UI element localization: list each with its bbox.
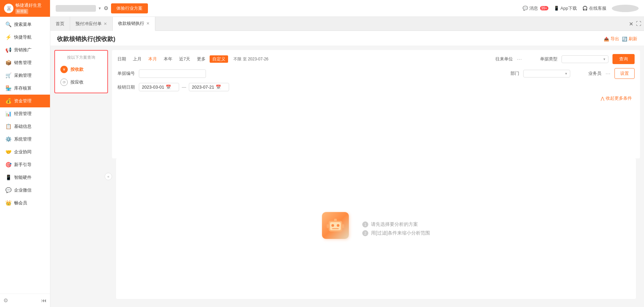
sidebar-label-search: 搜索菜单 — [14, 21, 32, 28]
tab-collection-close-icon[interactable]: ✕ — [146, 21, 150, 26]
bill-type-chevron-icon: ▾ — [603, 57, 605, 61]
tab-prepay[interactable]: 预付冲应付单 ✕ — [70, 17, 113, 31]
sidebar-item-inventory[interactable]: 🏪 库存核算 — [0, 82, 50, 95]
sidebar-label-cooperation: 企业协同 — [14, 149, 32, 155]
sidebar-item-management[interactable]: 📊 经营管理 — [0, 107, 50, 120]
logo-name: 畅捷通好生意 — [15, 3, 42, 8]
gear-icon[interactable]: ⚙ — [104, 5, 108, 11]
refresh-button[interactable]: 🔄 刷新 — [622, 36, 637, 42]
sidebar-item-quicknav[interactable]: ⚡ 快捷导航 — [0, 31, 50, 44]
collapse-panel-btn[interactable]: « — [105, 173, 112, 180]
bill-no-label: 单据编号 — [117, 70, 135, 76]
tab-home-label: 首页 — [56, 21, 64, 27]
tab-collection-verify-label: 收款核销执行 — [118, 20, 144, 27]
verify-date-range: 2023-03-01 📅 — 2023-07-21 📅 — [139, 83, 229, 91]
step-2-num: 2 — [362, 230, 368, 236]
setting-button[interactable]: 设置 — [614, 68, 635, 79]
export-icon: 📤 — [604, 37, 609, 42]
svg-point-2 — [331, 224, 334, 227]
sidebar-item-cooperation[interactable]: 🤝 企业协同 — [0, 146, 50, 158]
top-bar-left: ▾ ⚙ 体验行业方案 — [56, 3, 519, 13]
sidebar-label-basic-info: 基础信息 — [14, 123, 32, 130]
quicknav-icon: ⚡ — [5, 34, 11, 40]
sidebar-item-marketing[interactable]: 📢 营销推广 — [0, 44, 50, 56]
export-button[interactable]: 📤 导出 — [604, 36, 619, 42]
date-btn-more[interactable]: 更多 — [194, 55, 208, 63]
date-btn-7days[interactable]: 近7天 — [176, 55, 193, 63]
sidebar-label-management: 经营管理 — [14, 111, 32, 117]
main-area: ▾ ⚙ 体验行业方案 💬 消息 99+ 📱 App下载 🎧 在线客服 首页 — [50, 0, 644, 307]
online-service-btn[interactable]: 🎧 在线客服 — [582, 5, 606, 11]
date-btn-last-month[interactable]: 上月 — [130, 55, 144, 63]
dept-label: 部门 — [511, 70, 519, 76]
app-download-btn[interactable]: 📱 App下载 — [554, 5, 577, 11]
receipt-option-label: 按收款 — [70, 66, 84, 72]
bill-type-label: 单据类型 — [540, 56, 557, 62]
sidebar: 🐰 畅捷通好生意 标准版 🔍 搜索菜单 ⚡ 快捷导航 📢 营销推广 📦 销售管理… — [0, 0, 50, 307]
filter-row-2: 单据编号 部门 ▾ 业务员 ··· 设置 — [117, 68, 635, 79]
sidebar-item-hardware[interactable]: 📱 智能硬件 — [0, 171, 50, 184]
query-option-by-receipt[interactable]: ¥ 按收款 — [55, 63, 107, 76]
message-btn[interactable]: 💬 消息 99+ — [523, 5, 548, 11]
salesperson-dots-btn[interactable]: ··· — [605, 70, 610, 76]
verify-date-end-input[interactable]: 2023-07-21 📅 — [189, 83, 229, 91]
sidebar-item-sales[interactable]: 📦 销售管理 — [0, 56, 50, 69]
query-button[interactable]: 查询 — [612, 54, 635, 64]
logo-area: 🐰 畅捷通好生意 标准版 — [0, 0, 50, 17]
user-avatar[interactable] — [612, 5, 639, 12]
search-menu-icon: 🔍 — [5, 21, 11, 28]
date-quick-btns: 上月 本月 本年 近7天 更多 自定义 — [130, 55, 228, 63]
app-download-label: App下载 — [560, 5, 577, 11]
query-option-by-receivable[interactable]: ⟳ 按应收 — [55, 76, 107, 89]
sidebar-label-purchase: 采购管理 — [14, 72, 32, 79]
sidebar-item-finance[interactable]: 💰 资金管理 — [0, 95, 50, 107]
company-dropdown-icon[interactable]: ▾ — [99, 6, 101, 11]
cooperation-icon: 🤝 — [5, 149, 11, 155]
sidebar-item-system[interactable]: ⚙️ 系统管理 — [0, 133, 50, 146]
message-badge: 99+ — [540, 6, 548, 10]
sidebar-label-hardware: 智能硬件 — [14, 174, 32, 181]
date-range-display: 不限 至 2023-07-26 — [233, 56, 268, 62]
sidebar-item-basic-info[interactable]: 📋 基础信息 — [0, 120, 50, 133]
logo-icon: 🐰 — [4, 4, 13, 13]
query-panel-wrapper: 按以下方案查询 ¥ 按收款 ⟳ 按应收 « — [54, 50, 108, 303]
verify-date-end-value: 2023-07-21 — [192, 85, 214, 90]
bill-no-input[interactable] — [139, 69, 206, 78]
bill-type-select[interactable]: ▾ — [561, 55, 608, 63]
date-btn-this-month[interactable]: 本月 — [146, 55, 160, 63]
calendar-start-icon[interactable]: 📅 — [166, 85, 171, 90]
date-btn-this-year[interactable]: 本年 — [161, 55, 175, 63]
collapse-up-icon: ⋀ — [601, 96, 604, 101]
tab-home[interactable]: 首页 — [50, 17, 70, 31]
verify-date-start-input[interactable]: 2023-03-01 📅 — [139, 83, 179, 91]
sidebar-item-wechat[interactable]: 💬 企业微信 — [0, 184, 50, 197]
wechat-icon: 💬 — [5, 187, 11, 193]
inventory-icon: 🏪 — [5, 85, 11, 91]
calendar-end-icon[interactable]: 📅 — [216, 85, 221, 90]
settings-icon[interactable]: ⚙ — [3, 297, 8, 304]
sidebar-item-search[interactable]: 🔍 搜索菜单 — [0, 18, 50, 31]
counterpart-dots-btn[interactable]: ··· — [517, 56, 522, 62]
company-name-blurred — [56, 5, 96, 12]
tab-bar-actions: ✕ ⛶ — [629, 20, 641, 27]
service-icon: 🎧 — [582, 6, 588, 11]
tab-collection-verify[interactable]: 收款核销执行 ✕ — [113, 17, 155, 31]
dept-chevron-icon: ▾ — [565, 71, 567, 76]
industry-btn[interactable]: 体验行业方案 — [111, 3, 148, 13]
dept-select[interactable]: ▾ — [523, 70, 570, 78]
expand-tab-icon[interactable]: ⛶ — [636, 20, 641, 27]
collapse-conditions-row[interactable]: ⋀ 收起更多条件 — [117, 95, 635, 101]
sidebar-item-guide[interactable]: 🎯 新手引导 — [0, 158, 50, 171]
collapse-sidebar-icon[interactable]: ⏮ — [41, 298, 47, 304]
top-bar: ▾ ⚙ 体验行业方案 💬 消息 99+ 📱 App下载 🎧 在线客服 — [50, 0, 644, 17]
sidebar-item-member[interactable]: 👑 畅会员 — [0, 197, 50, 209]
tab-prepay-close-icon[interactable]: ✕ — [104, 21, 107, 26]
filter-row-1: 日期 上月 本月 本年 近7天 更多 自定义 不限 至 2023-07-26 往… — [117, 54, 635, 64]
sidebar-item-purchase[interactable]: 🛒 采购管理 — [0, 69, 50, 82]
date-btn-custom[interactable]: 自定义 — [210, 55, 228, 63]
empty-hint-2-text: 用[过滤]条件来缩小分析范围 — [371, 230, 430, 236]
close-tab-icon[interactable]: ✕ — [629, 20, 633, 27]
robot-illustration — [322, 212, 349, 239]
app-icon: 📱 — [554, 6, 559, 11]
message-icon: 💬 — [523, 6, 528, 11]
